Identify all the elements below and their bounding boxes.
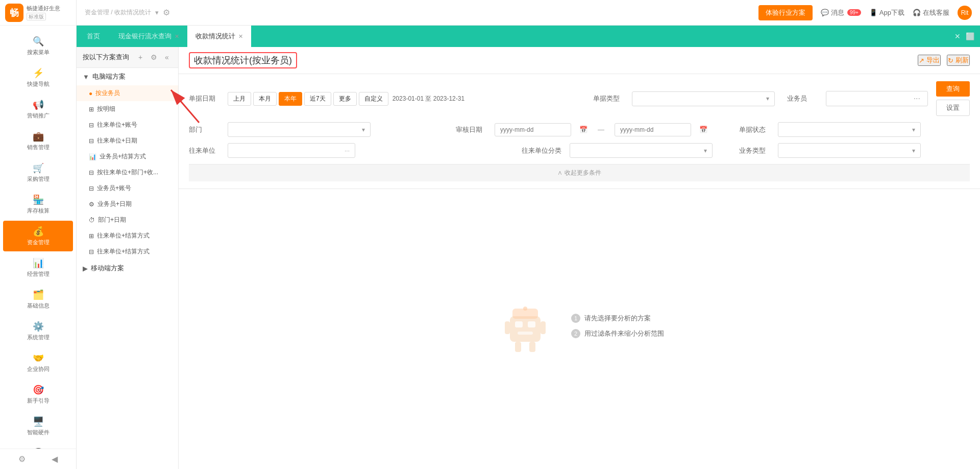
- tab-cashflow[interactable]: 现金银行流水查询 ✕: [110, 26, 187, 47]
- biz-type-label: 业务类型: [739, 146, 770, 155]
- sidebar-item-search[interactable]: 🔍 搜索菜单: [3, 31, 73, 61]
- sidebar-item-guide[interactable]: 🎯 新手引导: [3, 379, 73, 410]
- biz-type-arrow: ▾: [912, 147, 915, 154]
- window-close-btn[interactable]: ✕: [953, 32, 962, 40]
- collapse-sidebar-btn[interactable]: ◀: [52, 454, 58, 464]
- scheme-add-btn[interactable]: +: [135, 52, 145, 62]
- sidebar-item-basic[interactable]: 🗂️ 基础信息: [3, 284, 73, 315]
- scheme-item-partner-settle2[interactable]: ⊟ 往来单位+结算方式: [77, 244, 178, 260]
- sidebar-item-quicknav[interactable]: ⚡ 快捷导航: [3, 62, 73, 93]
- scheme-collapse-btn[interactable]: «: [162, 52, 172, 62]
- sidebar-item-operation[interactable]: 📊 经营管理: [3, 252, 73, 283]
- trial-button[interactable]: 体验行业方案: [758, 5, 813, 20]
- scheme-group-desktop-header[interactable]: ▼ 电脑端方案: [77, 68, 178, 85]
- audit-date-start[interactable]: [495, 123, 571, 136]
- tip-num-1: 1: [571, 314, 580, 323]
- tab-collection[interactable]: 收款情况统计 ✕: [187, 26, 251, 47]
- type-select[interactable]: ▾: [632, 91, 775, 106]
- audit-date-end[interactable]: [615, 123, 691, 136]
- collapse-more-btn[interactable]: ∧ 收起更多条件: [189, 164, 970, 181]
- date-btn-7days[interactable]: 近7天: [304, 92, 331, 106]
- scheme-item-by-detail[interactable]: ⊞ 按明细: [77, 101, 178, 117]
- refresh-button[interactable]: ↻ 刷新: [947, 55, 970, 66]
- sidebar: 畅 畅捷通好生意 标准版 🔍 搜索菜单 ⚡ 快捷导航 📢 营销推广 💼 销: [0, 0, 77, 469]
- online-service-action[interactable]: 🎧 在线客服: [913, 8, 949, 17]
- sidebar-item-system[interactable]: ⚙️ 系统管理: [3, 316, 73, 346]
- date-range: 2023-01-01 至 2023-12-31: [393, 95, 464, 103]
- scheme-group-mobile-header[interactable]: ▶ 移动端方案: [77, 260, 178, 277]
- header-right: 体验行业方案 💬 消息 99+ 📱 App下载 🎧 在线客服 Rit: [758, 5, 972, 20]
- export-button[interactable]: ↗ 导出: [918, 55, 941, 66]
- scheme-item-dept-date[interactable]: ⏱ 部门+日期: [77, 212, 178, 228]
- group-collapse-icon: ▼: [83, 73, 89, 81]
- dept-select[interactable]: ▾: [228, 122, 371, 137]
- empty-robot-illustration: [495, 298, 556, 360]
- settings-bottom-btn[interactable]: ⚙: [18, 454, 26, 464]
- header-dropdown-icon[interactable]: ▾: [155, 9, 159, 16]
- audit-date-calendar-icon1[interactable]: 📅: [579, 126, 587, 133]
- sidebar-item-inventory[interactable]: 🏪 库存核算: [3, 189, 73, 220]
- user-avatar[interactable]: Rit: [958, 6, 972, 20]
- scheme-header: 按以下方案查询 + ⚙ «: [77, 47, 178, 68]
- dept-select-arrow: ▾: [362, 126, 365, 133]
- inventory-icon: 🏪: [33, 194, 44, 205]
- download-icon: 📱: [869, 9, 877, 16]
- sidebar-item-sales[interactable]: 💼 销售管理: [3, 126, 73, 156]
- sidebar-item-corp[interactable]: 🤝 企业协同: [3, 347, 73, 378]
- message-icon: 💬: [821, 9, 829, 16]
- system-icon: ⚙️: [33, 321, 44, 332]
- tab-home[interactable]: 首页: [77, 26, 110, 47]
- staff-label: 业务员: [787, 94, 818, 103]
- scheme-group-desktop: ▼ 电脑端方案 ● 按业务员 ⊞ 按明细 ⊟ 往来单位+账号: [77, 68, 178, 260]
- scheme-item-icon-4: 📊: [89, 153, 96, 160]
- date-btn-thismonth[interactable]: 本月: [253, 92, 277, 106]
- sidebar-item-marketing[interactable]: 📢 营销推广: [3, 94, 73, 125]
- scheme-item-partner-dept[interactable]: ⊟ 按往来单位+部门+收...: [77, 165, 178, 180]
- staff-select[interactable]: ···: [826, 91, 928, 106]
- scheme-item-icon-9: ⊞: [89, 232, 94, 240]
- header-gear-icon[interactable]: ⚙: [163, 8, 170, 17]
- partner-select[interactable]: ···: [228, 143, 355, 158]
- scheme-item-staff-settlement[interactable]: 📊 业务员+结算方式: [77, 149, 178, 165]
- content-area: 按以下方案查询 + ⚙ « ▼ 电脑端方案 ● 按业务员: [77, 47, 980, 469]
- sidebar-item-hardware[interactable]: 🖥️ 智能硬件: [3, 411, 73, 441]
- scheme-item-staff-account[interactable]: ⊟ 业务员+账号: [77, 180, 178, 196]
- scheme-item-icon-5: ⊟: [89, 169, 94, 176]
- scheme-item-partner-date[interactable]: ⊟ 往来单位+日期: [77, 133, 178, 149]
- tab-cashflow-close[interactable]: ✕: [175, 33, 179, 40]
- tab-collection-close[interactable]: ✕: [238, 33, 243, 40]
- date-btn-lastmonth[interactable]: 上月: [228, 92, 251, 106]
- scheme-item-staff-date[interactable]: ⚙ 业务员+日期: [77, 196, 178, 212]
- window-maximize-btn[interactable]: ⬜: [966, 32, 974, 40]
- filter-row-partner: 往来单位 ··· 往来单位分类 ▾ 业务类型: [189, 143, 970, 158]
- date-btn-more[interactable]: 更多: [333, 92, 357, 106]
- sales-icon: 💼: [33, 131, 44, 142]
- scheme-item-partner-account[interactable]: ⊟ 往来单位+账号: [77, 117, 178, 133]
- sidebar-item-wechat[interactable]: 💬 企业微信: [3, 442, 73, 449]
- date-btn-custom[interactable]: 自定义: [359, 92, 388, 106]
- setting-button[interactable]: 设置: [936, 100, 970, 116]
- scheme-setting-btn[interactable]: ⚙: [149, 52, 159, 62]
- message-action[interactable]: 💬 消息 99+: [821, 8, 861, 17]
- audit-date-calendar-icon2[interactable]: 📅: [699, 126, 707, 133]
- scheme-item-partner-settle1[interactable]: ⊞ 往来单位+结算方式: [77, 228, 178, 244]
- status-select-arrow: ▾: [912, 126, 915, 133]
- partner-category-select[interactable]: ▾: [570, 143, 713, 158]
- sidebar-item-finance[interactable]: 💰 资金管理: [3, 221, 73, 251]
- scheme-item-by-staff[interactable]: ● 按业务员: [77, 85, 178, 101]
- operation-icon: 📊: [33, 257, 44, 269]
- right-content: 收款情况统计(按业务员) ↗ 导出 ↻ 刷新: [179, 47, 980, 469]
- empty-tip-2: 2 用过滤条件来缩小分析范围: [571, 329, 664, 338]
- dept-label: 部门: [189, 125, 219, 134]
- filter-action-btns: 查询 设置: [936, 81, 970, 116]
- app-download-action[interactable]: 📱 App下载: [869, 8, 904, 17]
- query-button[interactable]: 查询: [936, 81, 970, 97]
- date-btn-thisyear[interactable]: 本年: [279, 92, 302, 106]
- biz-type-select[interactable]: ▾: [778, 143, 921, 158]
- quicknav-icon: ⚡: [33, 67, 44, 79]
- page-title: 收款情况统计(按业务员): [189, 52, 297, 68]
- scheme-item-icon-3: ⊟: [89, 137, 94, 145]
- status-select[interactable]: ▾: [778, 122, 921, 137]
- sidebar-item-purchase[interactable]: 🛒 采购管理: [3, 157, 73, 188]
- scheme-group-mobile: ▶ 移动端方案: [77, 260, 178, 277]
